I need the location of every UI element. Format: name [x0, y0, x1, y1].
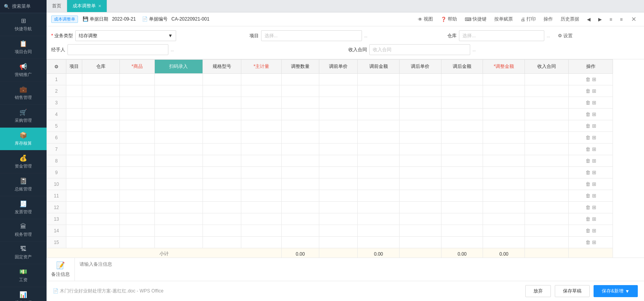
table-cell[interactable]	[203, 213, 241, 225]
table-cell[interactable]	[241, 213, 282, 225]
table-cell[interactable]	[82, 213, 120, 225]
table-cell[interactable]	[282, 144, 319, 155]
table-cell[interactable]	[154, 178, 203, 190]
table-cell[interactable]	[399, 97, 441, 109]
table-cell[interactable]	[241, 237, 282, 248]
table-cell[interactable]	[441, 144, 483, 155]
table-cell[interactable]	[441, 190, 483, 202]
table-cell[interactable]	[119, 144, 154, 155]
table-cell[interactable]	[119, 202, 154, 213]
table-cell[interactable]	[399, 190, 441, 202]
sidebar-item-invoice-mgmt[interactable]: 🧾 发票管理	[0, 196, 47, 219]
warehouse-input[interactable]: 选择...	[459, 30, 544, 41]
table-cell[interactable]	[319, 167, 357, 178]
table-cell[interactable]	[154, 74, 203, 85]
table-cell[interactable]	[66, 74, 82, 85]
table-cell[interactable]	[203, 225, 241, 237]
table-cell[interactable]	[82, 225, 120, 237]
table-cell[interactable]	[154, 237, 203, 248]
table-cell[interactable]	[282, 74, 319, 85]
table-cell[interactable]	[525, 144, 569, 155]
table-cell[interactable]	[203, 190, 241, 202]
table-cell[interactable]	[119, 132, 154, 144]
view-btn[interactable]: 👁视图	[415, 15, 435, 23]
table-cell[interactable]	[82, 144, 120, 155]
table-cell[interactable]	[358, 155, 400, 167]
table-cell[interactable]	[399, 109, 441, 120]
table-cell[interactable]	[241, 178, 282, 190]
copy-row-btn[interactable]: ⊞	[592, 216, 596, 222]
copy-row-btn[interactable]: ⊞	[592, 111, 596, 117]
table-cell[interactable]	[241, 120, 282, 132]
warehouse-dots[interactable]: ...	[547, 34, 550, 38]
table-cell[interactable]	[82, 167, 120, 178]
table-cell[interactable]	[203, 237, 241, 248]
table-cell[interactable]	[358, 190, 400, 202]
table-cell[interactable]	[441, 178, 483, 190]
table-cell[interactable]	[82, 120, 120, 132]
table-cell[interactable]	[82, 237, 120, 248]
sidebar-item-fixed-assets[interactable]: 🏗 固定资产	[0, 242, 47, 264]
sidebar-item-ledger-mgmt[interactable]: 📓 总账管理	[0, 173, 47, 196]
table-cell[interactable]	[399, 202, 441, 213]
table-cell[interactable]	[358, 213, 400, 225]
table-cell[interactable]	[119, 237, 154, 248]
table-cell[interactable]	[282, 213, 319, 225]
table-cell[interactable]	[525, 178, 569, 190]
delete-row-btn[interactable]: 🗑	[585, 228, 590, 234]
assign-invoice-btn[interactable]: 按单赋票	[492, 15, 515, 23]
table-cell[interactable]	[319, 190, 357, 202]
close-form-btn[interactable]: ✕	[628, 15, 639, 24]
table-cell[interactable]	[82, 85, 120, 97]
delete-row-btn[interactable]: 🗑	[585, 181, 590, 187]
table-cell[interactable]	[203, 97, 241, 109]
table-cell[interactable]	[358, 97, 400, 109]
table-cell[interactable]	[119, 120, 154, 132]
table-cell[interactable]	[241, 85, 282, 97]
table-cell[interactable]	[525, 167, 569, 178]
table-cell[interactable]	[319, 202, 357, 213]
table-cell[interactable]	[241, 167, 282, 178]
table-cell[interactable]	[525, 97, 569, 109]
table-cell[interactable]	[241, 97, 282, 109]
tab-cost-adjust[interactable]: 成本调整单 ✕	[67, 0, 107, 12]
table-cell[interactable]	[483, 85, 525, 97]
delete-row-btn[interactable]: 🗑	[585, 146, 590, 152]
table-cell[interactable]	[525, 190, 569, 202]
sidebar-item-project-contract[interactable]: 📋 项目合同	[0, 36, 47, 59]
table-cell[interactable]	[483, 155, 525, 167]
table-cell[interactable]	[525, 225, 569, 237]
table-cell[interactable]	[319, 144, 357, 155]
table-cell[interactable]	[319, 155, 357, 167]
table-cell[interactable]	[66, 237, 82, 248]
discard-button[interactable]: 放弃	[525, 285, 551, 297]
delete-row-btn[interactable]: 🗑	[585, 193, 590, 199]
copy-row-btn[interactable]: ⊞	[592, 158, 596, 164]
nav-prev-btn[interactable]: ◀	[585, 16, 593, 23]
table-cell[interactable]	[358, 120, 400, 132]
table-cell[interactable]	[399, 155, 441, 167]
table-cell[interactable]	[319, 85, 357, 97]
table-cell[interactable]	[441, 237, 483, 248]
table-cell[interactable]	[154, 132, 203, 144]
copy-row-btn[interactable]: ⊞	[592, 88, 596, 94]
project-dots[interactable]: ...	[364, 34, 367, 38]
save-new-button[interactable]: 保存&新增 ▼	[594, 285, 638, 297]
table-cell[interactable]	[282, 109, 319, 120]
table-cell[interactable]	[483, 97, 525, 109]
table-cell[interactable]	[483, 167, 525, 178]
sidebar-item-tax-mgmt[interactable]: 🏛 税务管理	[0, 219, 47, 242]
copy-row-btn[interactable]: ⊞	[592, 123, 596, 129]
table-cell[interactable]	[282, 178, 319, 190]
table-cell[interactable]	[358, 85, 400, 97]
help-btn[interactable]: ❓帮助	[438, 15, 459, 23]
copy-row-btn[interactable]: ⊞	[592, 204, 596, 210]
sidebar-item-purchase-mgmt[interactable]: 🛒 采购管理	[0, 105, 47, 128]
table-cell[interactable]	[203, 109, 241, 120]
table-cell[interactable]	[441, 109, 483, 120]
table-cell[interactable]	[119, 97, 154, 109]
table-cell[interactable]	[241, 144, 282, 155]
table-cell[interactable]	[441, 167, 483, 178]
copy-row-btn[interactable]: ⊞	[592, 193, 596, 199]
tab-home[interactable]: 首页	[47, 0, 67, 12]
